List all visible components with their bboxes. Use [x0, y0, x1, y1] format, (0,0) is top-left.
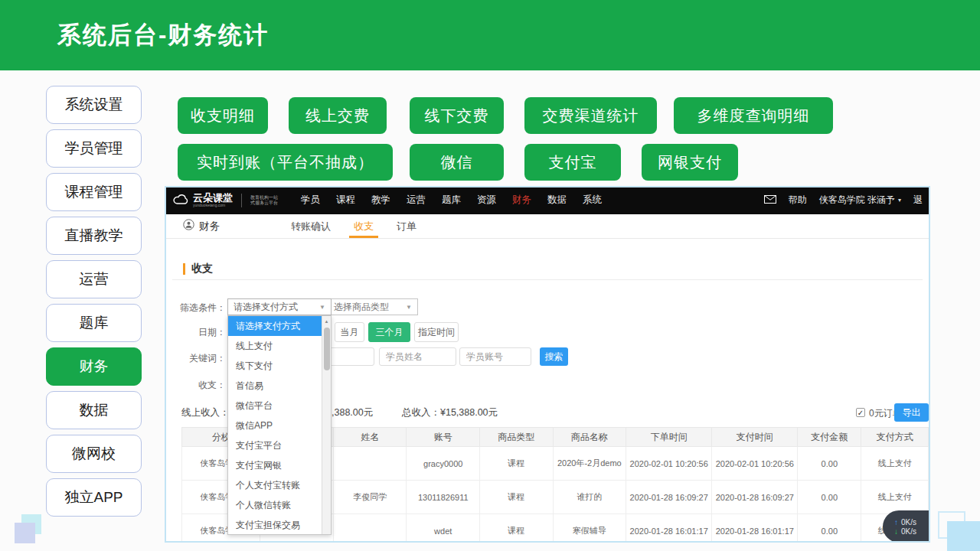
- dropdown-option-2[interactable]: 线上支付: [228, 336, 322, 356]
- feature-button-r1-5[interactable]: 多维度查询明细: [674, 97, 833, 134]
- product-type-value: 选择商品类型: [334, 301, 389, 314]
- feature-button-r1-3[interactable]: 线下交费: [410, 97, 504, 134]
- inout-label: 收支：: [165, 379, 226, 392]
- topnav-item-9[interactable]: 系统: [583, 194, 602, 207]
- table-cell: 寒假辅导: [553, 514, 626, 543]
- payment-method-select[interactable]: 请选择支付方式 ▼: [227, 298, 332, 315]
- date-option-3[interactable]: 指定时间: [414, 322, 459, 342]
- help-link[interactable]: 帮助: [789, 194, 807, 207]
- table-cell: 0.00: [798, 447, 861, 481]
- sidebar-item-6[interactable]: 题库: [46, 304, 142, 342]
- student-account-input[interactable]: [459, 347, 531, 366]
- topnav-item-8[interactable]: 数据: [547, 194, 567, 207]
- page-title: 系统后台-财务统计: [57, 19, 269, 51]
- subnav-tab-3[interactable]: 订单: [397, 214, 416, 238]
- table-cell: [333, 514, 407, 543]
- chevron-down-icon: ▾: [898, 197, 901, 204]
- table-cell: 2020-02-01 10:20:56: [712, 447, 798, 481]
- mail-icon[interactable]: [764, 195, 776, 206]
- upload-speed: 0K/s: [901, 518, 916, 527]
- dropdown-scrollbar[interactable]: ▲: [322, 316, 331, 534]
- table-cell: 线上支付: [861, 481, 929, 514]
- dropdown-option-4[interactable]: 首信易: [228, 376, 322, 396]
- logo-title: 云朵课堂: [193, 193, 233, 203]
- topnav-item-6[interactable]: 资源: [477, 194, 496, 207]
- download-speed: 0K/s: [901, 527, 916, 536]
- sidebar-item-3[interactable]: 课程管理: [46, 173, 142, 211]
- topnav-item-7[interactable]: 财务: [512, 194, 531, 207]
- network-monitor: ↑ 0K/s ↓ 0K/s: [883, 510, 930, 543]
- logo-text: 云朵课堂 yunduoketang.com: [193, 193, 233, 207]
- feature-button-r2-3[interactable]: 支付宝: [524, 144, 621, 181]
- divider: [172, 279, 923, 280]
- table-cell: wdet: [407, 514, 480, 543]
- dropdown-option-10[interactable]: 个人微信转账: [228, 495, 322, 515]
- feature-button-r1-1[interactable]: 收支明细: [178, 97, 268, 134]
- dropdown-option-8[interactable]: 支付宝网银: [228, 455, 322, 475]
- sidebar-item-8[interactable]: 数据: [46, 391, 142, 429]
- sidebar-item-9[interactable]: 微网校: [46, 435, 142, 473]
- sidebar-item-2[interactable]: 学员管理: [46, 129, 142, 168]
- sidebar: 系统设置学员管理课程管理直播教学运营题库财务数据微网校独立APP: [46, 86, 142, 522]
- topnav-item-5[interactable]: 题库: [442, 194, 461, 207]
- table-header-cell: 商品类型: [480, 428, 554, 447]
- topnav-item-1[interactable]: 学员: [301, 194, 320, 207]
- scrollbar-thumb[interactable]: [324, 328, 330, 370]
- date-label: 日期：: [165, 326, 226, 339]
- subnav-tab-1[interactable]: 转账确认: [291, 214, 331, 238]
- table-header-cell: 下单时间: [626, 428, 712, 447]
- table-header-cell: 支付金额: [798, 428, 861, 447]
- table-cell: 李俊同学: [333, 481, 407, 514]
- account-menu[interactable]: 侠客岛学院 张涵予 ▾: [819, 194, 901, 207]
- logo-tagline: 教育机构一站 式服务云平台: [250, 195, 278, 206]
- dropdown-option-11[interactable]: 支付宝担保交易: [228, 515, 322, 534]
- table-cell: 2020-02-01 10:20:56: [626, 447, 712, 481]
- export-button[interactable]: 导出: [894, 403, 929, 422]
- logo-divider: [241, 194, 242, 207]
- table-cell: gracy0000: [407, 447, 480, 481]
- table-cell: 课程: [480, 447, 554, 481]
- table-cell: 0.00: [798, 481, 861, 514]
- table-header-cell: 姓名: [333, 428, 407, 447]
- feature-button-r2-1[interactable]: 实时到账（平台不抽成）: [178, 144, 393, 181]
- feature-button-r1-2[interactable]: 线上交费: [289, 97, 387, 134]
- payment-method-dropdown: 请选择支付方式线上支付线下支付首信易微信平台微信APP支付宝平台支付宝网银个人支…: [227, 315, 332, 535]
- dropdown-option-3[interactable]: 线下支付: [228, 356, 322, 376]
- sidebar-item-7[interactable]: 财务: [46, 347, 142, 386]
- table-cell: 0.00: [798, 514, 861, 543]
- dropdown-option-5[interactable]: 微信平台: [228, 396, 322, 416]
- date-option-2[interactable]: 三个月: [368, 322, 410, 342]
- student-name-input[interactable]: [379, 347, 456, 366]
- online-income-value: ,388.00元: [332, 406, 373, 419]
- logout-link[interactable]: 退: [913, 194, 923, 207]
- dropdown-option-6[interactable]: 微信APP: [228, 416, 322, 435]
- sidebar-item-4[interactable]: 直播教学: [46, 217, 142, 255]
- dropdown-option-7[interactable]: 支付宝平台: [228, 435, 322, 455]
- product-type-select[interactable]: 选择商品类型 ▼: [328, 298, 418, 315]
- admin-screenshot: 云朵课堂 yunduoketang.com 教育机构一站 式服务云平台 学员课程…: [165, 186, 930, 543]
- table-header-cell: 账号: [407, 428, 480, 447]
- dropdown-option-1[interactable]: 请选择支付方式: [228, 316, 322, 336]
- feature-button-r2-4[interactable]: 网银支付: [642, 144, 738, 181]
- feature-button-r2-2[interactable]: 微信: [410, 144, 504, 181]
- topnav-right: 帮助 侠客岛学院 张涵予 ▾ 退: [764, 194, 923, 207]
- page-header: 系统后台-财务统计: [0, 0, 980, 70]
- search-button[interactable]: 搜索: [540, 347, 568, 366]
- zero-order-checkbox[interactable]: ✓: [856, 408, 865, 417]
- subnav-tab-2[interactable]: 收支: [354, 214, 374, 238]
- finance-section-icon: [183, 219, 194, 233]
- sidebar-item-5[interactable]: 运营: [46, 260, 142, 298]
- sidebar-item-1[interactable]: 系统设置: [46, 86, 142, 124]
- sidebar-item-10[interactable]: 独立APP: [46, 478, 142, 517]
- keyword-label: 关键词：: [165, 352, 226, 365]
- scroll-up-icon[interactable]: ▲: [322, 316, 331, 326]
- topnav-item-2[interactable]: 课程: [336, 194, 355, 207]
- total-income: 总收入：¥15,388.00元: [402, 406, 498, 419]
- table-header-cell: 支付方式: [861, 428, 929, 447]
- finance-subnav: 财务 转账确认收支订单: [165, 214, 930, 239]
- dropdown-option-9[interactable]: 个人支付宝转账: [228, 475, 322, 495]
- date-option-1[interactable]: 当月: [335, 322, 364, 342]
- feature-button-r1-4[interactable]: 交费渠道统计: [524, 97, 657, 134]
- topnav-item-4[interactable]: 运营: [407, 194, 426, 207]
- topnav-item-3[interactable]: 教学: [371, 194, 390, 207]
